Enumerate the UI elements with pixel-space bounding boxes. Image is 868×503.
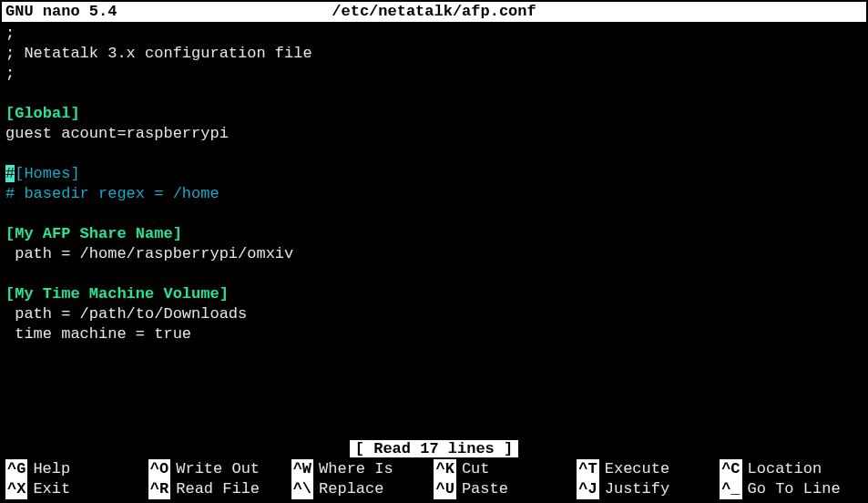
text-segment: [Homes] [15,165,79,182]
editor-line[interactable]: #[Homes] [5,164,863,184]
nano-titlebar: GNU nano 5.4 /etc/netatalk/afp.conf [2,2,866,22]
editor-area[interactable]: ;; Netatalk 3.x configuration file;[Glob… [2,22,866,439]
editor-line[interactable]: ; [5,64,863,84]
editor-line[interactable]: [My Time Machine Volume] [5,284,863,304]
shortcut-item[interactable]: ^RRead File [148,479,291,499]
editor-line[interactable] [5,204,863,224]
shortcut-key: ^X [5,479,27,499]
shortcut-key: ^J [577,479,598,499]
shortcut-item[interactable]: ^GHelp [5,459,148,479]
shortcut-item[interactable]: ^UPaste [434,479,577,499]
editor-line[interactable]: [My AFP Share Name] [5,224,863,244]
shortcut-item[interactable]: ^_Go To Line [720,479,863,499]
editor-line[interactable] [5,264,863,284]
shortcut-item[interactable]: ^\Replace [291,479,434,499]
shortcut-label: Read File [176,479,260,499]
shortcut-key: ^O [148,459,170,479]
shortcut-key: ^W [291,459,313,479]
shortcut-key: ^R [148,479,170,499]
text-segment: [My Time Machine Volume] [5,285,229,303]
shortcut-key: ^K [434,459,455,479]
shortcut-item[interactable]: ^OWrite Out [148,459,291,479]
shortcut-item[interactable]: ^XExit [5,479,148,499]
shortcut-item[interactable]: ^WWhere Is [291,459,434,479]
text-segment: ; [5,65,15,82]
editor-line[interactable]: time machine = true [5,324,863,344]
shortcut-item[interactable]: ^TExecute [577,459,720,479]
shortcut-label: Justify [605,479,669,499]
shortcut-label: Exit [33,479,70,499]
editor-line[interactable]: guest acount=raspberrypi [5,124,863,144]
shortcut-key: ^_ [720,479,741,499]
status-message: [ Read 17 lines ] [350,440,518,457]
text-segment: path = /path/to/Downloads [5,305,247,323]
editor-line[interactable]: path = /path/to/Downloads [5,304,863,324]
text-segment: # basedir regex = /home [5,185,220,202]
editor-line[interactable] [5,84,863,104]
shortcut-key: ^G [5,459,27,479]
nano-terminal: GNU nano 5.4 /etc/netatalk/afp.conf ;; N… [2,2,866,501]
text-segment: ; [5,25,15,42]
shortcut-item[interactable]: ^KCut [434,459,577,479]
shortcut-key: ^\ [291,479,313,499]
text-segment: path = /home/raspberrypi/omxiv [5,245,293,262]
text-segment: guest acount=raspberrypi [5,125,229,142]
text-segment: # [5,165,15,182]
shortcut-label: Replace [319,479,383,499]
file-path: /etc/netatalk/afp.conf [332,2,536,22]
shortcut-bar: ^GHelp^OWrite Out^WWhere Is^KCut^TExecut… [2,459,866,501]
shortcut-label: Paste [462,479,508,499]
shortcut-label: Go To Line [748,479,841,499]
shortcut-label: Write Out [176,459,260,479]
editor-line[interactable]: path = /home/raspberrypi/omxiv [5,244,863,264]
text-segment: ; Netatalk 3.x configuration file [5,45,312,62]
app-name: GNU nano 5.4 [5,2,117,22]
editor-line[interactable]: ; [5,24,863,44]
editor-line[interactable]: [Global] [5,104,863,124]
editor-line[interactable] [5,144,863,164]
shortcut-label: Help [33,459,70,479]
text-segment: time machine = true [5,325,191,343]
shortcut-item[interactable]: ^JJustify [577,479,720,499]
editor-line[interactable]: # basedir regex = /home [5,184,863,204]
shortcut-label: Location [748,459,822,479]
shortcut-item[interactable]: ^CLocation [720,459,863,479]
shortcut-key: ^T [577,459,598,479]
status-line: [ Read 17 lines ] [2,439,866,459]
editor-line[interactable]: ; Netatalk 3.x configuration file [5,44,863,64]
shortcut-label: Cut [462,459,490,479]
shortcut-key: ^U [434,479,455,499]
text-segment: [Global] [5,105,80,122]
shortcut-key: ^C [720,459,741,479]
shortcut-label: Execute [605,459,669,479]
text-segment: [My AFP Share Name] [5,225,182,242]
shortcut-label: Where Is [319,459,393,479]
